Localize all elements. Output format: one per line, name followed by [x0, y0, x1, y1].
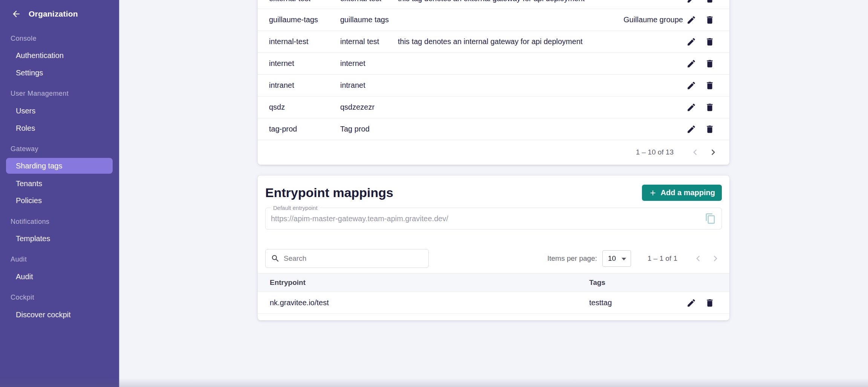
column-header-tags: Tags — [589, 278, 684, 287]
tag-name: Tag prod — [340, 125, 398, 133]
sidebar-section-audit: Audit — [11, 254, 27, 265]
edit-button[interactable] — [684, 56, 699, 71]
delete-button[interactable] — [702, 0, 717, 6]
plus-icon — [649, 189, 657, 197]
sidebar-item-tenants[interactable]: Tenants — [16, 178, 42, 189]
sidebar-item-label: Sharding tags — [16, 162, 62, 170]
items-per-page-label: Items per page: — [547, 254, 597, 263]
table-row: guillaume-tags guillaume tags Guillaume … — [258, 9, 729, 31]
delete-button[interactable] — [702, 12, 717, 28]
row-actions — [684, 56, 729, 71]
trash-icon — [705, 298, 715, 308]
back-to-organization[interactable]: Organization — [11, 9, 78, 19]
pencil-icon — [686, 124, 696, 134]
table-paginator: 1 – 10 of 13 — [258, 140, 729, 164]
trash-icon — [705, 59, 715, 69]
table-row: internet internet — [258, 53, 729, 75]
row-actions — [684, 34, 729, 49]
trash-icon — [705, 102, 715, 112]
mapping-entrypoint: nk.gravitee.io/test — [270, 298, 589, 307]
table-toolbar: Items per page: 10 1 – 1 of 1 — [265, 249, 722, 268]
previous-page-button[interactable] — [689, 146, 701, 159]
tag-name: external test — [340, 0, 398, 3]
table-header-row: Entrypoint Tags — [258, 273, 729, 292]
sidebar: Organization Console Authentication Sett… — [0, 0, 120, 387]
sidebar-item-settings[interactable]: Settings — [16, 67, 43, 78]
delete-button[interactable] — [702, 100, 717, 115]
row-actions — [684, 12, 729, 28]
tag-name: internal test — [340, 37, 398, 46]
table-row: qsdz qsdzezezr — [258, 96, 729, 118]
row-actions — [684, 78, 729, 93]
sidebar-item-authentication[interactable]: Authentication — [16, 50, 64, 61]
sidebar-item-discover-cockpit[interactable]: Discover cockpit — [16, 309, 71, 320]
chevron-right-icon — [708, 147, 719, 158]
row-actions — [684, 0, 729, 6]
edit-button[interactable] — [684, 12, 699, 28]
previous-page-button[interactable] — [692, 252, 704, 265]
delete-button[interactable] — [702, 78, 717, 93]
pencil-icon — [686, 0, 696, 4]
paginator-range-label: 1 – 1 of 1 — [648, 254, 677, 263]
tag-name: guillaume tags — [340, 15, 398, 24]
card-header: Entrypoint mappings Add a mapping — [258, 176, 729, 201]
sidebar-item-policies[interactable]: Policies — [16, 195, 42, 206]
mapping-tags: testtag — [589, 298, 684, 307]
pencil-icon — [686, 81, 696, 90]
copy-icon — [705, 213, 716, 224]
chevron-left-icon — [689, 147, 701, 158]
chevron-right-icon — [710, 253, 721, 264]
back-arrow-icon — [11, 9, 21, 19]
sidebar-item-audit[interactable]: Audit — [16, 271, 33, 282]
page-title: Entrypoint mappings — [265, 185, 393, 201]
edit-button[interactable] — [684, 78, 699, 93]
tag-name: internet — [340, 59, 398, 68]
column-header-entrypoint: Entrypoint — [270, 278, 589, 287]
default-entrypoint-input[interactable] — [266, 214, 705, 223]
pencil-icon — [686, 102, 696, 112]
next-page-button[interactable] — [709, 252, 722, 265]
sidebar-item-roles[interactable]: Roles — [16, 123, 35, 133]
items-per-page-select[interactable]: 10 — [602, 250, 631, 267]
add-mapping-button[interactable]: Add a mapping — [642, 185, 722, 201]
tag-id: internet — [269, 59, 340, 68]
sidebar-section-cockpit: Cockpit — [11, 292, 34, 303]
tag-id: external-test — [269, 0, 340, 3]
delete-button[interactable] — [702, 122, 717, 137]
next-page-button[interactable] — [707, 146, 720, 159]
paginator-range-label: 1 – 10 of 13 — [636, 148, 674, 156]
chevron-left-icon — [692, 253, 704, 264]
paginator: Items per page: 10 1 – 1 of 1 — [547, 250, 722, 267]
pencil-icon — [686, 37, 696, 47]
tag-description: this tag denotes an internal gateway for… — [398, 37, 623, 46]
edit-button[interactable] — [684, 34, 699, 49]
edit-button[interactable] — [684, 122, 699, 137]
row-actions — [684, 295, 729, 311]
tag-id: qsdz — [269, 103, 340, 112]
copy-button[interactable] — [705, 213, 716, 224]
trash-icon — [705, 124, 715, 134]
sidebar-item-users[interactable]: Users — [16, 106, 35, 116]
app: Organization Console Authentication Sett… — [0, 0, 868, 387]
row-actions — [684, 122, 729, 137]
pencil-icon — [686, 59, 696, 69]
edit-button[interactable] — [684, 0, 699, 6]
trash-icon — [705, 81, 715, 90]
tag-groups: Guillaume groupe — [623, 15, 684, 24]
tag-id: guillaume-tags — [269, 15, 340, 24]
tag-description: this tag denotes an external gateway for… — [398, 0, 623, 3]
delete-button[interactable] — [702, 56, 717, 71]
search-icon — [271, 254, 280, 263]
trash-icon — [705, 0, 715, 4]
tag-id: internal-test — [269, 37, 340, 46]
search-input[interactable] — [284, 254, 428, 263]
sidebar-section-gateway: Gateway — [11, 144, 38, 154]
sidebar-item-sharding-tags[interactable]: Sharding tags — [6, 158, 113, 174]
edit-button[interactable] — [684, 100, 699, 115]
delete-button[interactable] — [702, 34, 717, 49]
edit-button[interactable] — [684, 295, 699, 311]
delete-button[interactable] — [702, 295, 717, 311]
pencil-icon — [686, 298, 696, 308]
tag-name: intranet — [340, 81, 398, 90]
sidebar-item-templates[interactable]: Templates — [16, 233, 50, 244]
